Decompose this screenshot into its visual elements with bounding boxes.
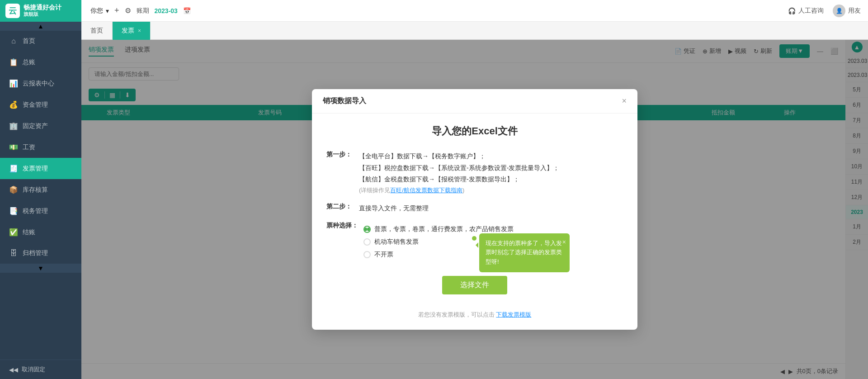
topbar-right: 🎧 人工咨询 👤 用友 [788, 5, 861, 17]
sidebar-label-wage: 工资 [23, 143, 35, 152]
modal-main-title: 导入您的Excel文件 [326, 124, 623, 138]
sidebar-item-report[interactable]: 📊 云报表中心 [0, 73, 81, 94]
tooltip-bubble: × 现在支持的票种多了，导入发票时别忘了选择正确的发票类型呀! [479, 233, 570, 272]
gear-icon[interactable]: ⚙ [125, 6, 131, 15]
step1-label: 第一步： [326, 151, 354, 195]
sidebar-scroll-down[interactable]: ▼ [0, 264, 81, 273]
capital-icon: 💰 [9, 100, 18, 109]
step1-content: 【全电平台】数据下载→【税务数字账户】； 【百旺】税控盘数据下载→【系统设置-系… [359, 151, 559, 195]
sidebar-label-archive: 归档管理 [23, 249, 48, 257]
tax-icon: 📑 [9, 207, 18, 215]
ticket-label: 票种选择： [326, 222, 358, 230]
radio-normal-circle[interactable] [363, 226, 371, 233]
logo-sub: 旗舰版 [24, 11, 61, 18]
pin-icon: ◀◀ [9, 366, 18, 373]
main-area: 首页 发票 × 销项发票 进项发票 [81, 22, 868, 379]
modal-body: 导入您的Excel文件 第一步： 【全电平台】数据下载→【税务数字账户】； 【百… [312, 114, 637, 329]
radio-normal[interactable]: 普票，专票，卷票，通行费发票，农产品销售发票 [363, 225, 514, 233]
sidebar-item-home[interactable]: ⌂ 首页 [0, 31, 81, 52]
headset-icon: 🎧 [788, 7, 796, 14]
radio-normal-label: 普票，专票，卷票，通行费发票，农产品销售发票 [374, 225, 514, 233]
company-selector[interactable]: 你您 ▾ [90, 7, 109, 15]
tab-invoice[interactable]: 发票 × [113, 22, 151, 40]
ledger-icon: 📋 [9, 58, 18, 66]
modal-dialog: 销项数据导入 × 导入您的Excel文件 第一步： 【全电平台】数据下载→【税务… [312, 89, 637, 329]
modal-close-btn[interactable]: × [622, 96, 627, 106]
period-label: 账期 [137, 7, 149, 15]
step2-content: 直接导入文件，无需整理 [359, 203, 429, 214]
modal-header: 销项数据导入 × [312, 89, 637, 114]
home-icon: ⌂ [9, 37, 18, 45]
tooltip-container: × 现在支持的票种多了，导入发票时别忘了选择正确的发票类型呀! [472, 233, 570, 272]
tab-invoice-close[interactable]: × [138, 28, 141, 34]
avatar: 👤 [833, 5, 845, 17]
sidebar-item-wage[interactable]: 💵 工资 [0, 137, 81, 158]
step1-line3: 【航信】金税盘数据下载→【报税管理-发票数据导出】； [359, 174, 559, 185]
sidebar-item-checkout[interactable]: ✅ 结账 [0, 222, 81, 243]
sidebar-label-inventory: 库存核算 [23, 186, 48, 194]
topbar-middle: 你您 ▾ + ⚙ 账期 2023-03 📅 [81, 6, 788, 15]
radio-no-invoice-label: 不开票 [374, 251, 393, 259]
modal-note: 若您没有发票模版，可以点击 下载发票模版 [326, 311, 623, 319]
sidebar-label-tax: 税务管理 [23, 207, 48, 215]
step1-guide-link[interactable]: 百旺/航信发票数据下载指南 [390, 187, 462, 194]
calendar-icon[interactable]: 📅 [183, 7, 191, 14]
asset-icon: 🏢 [9, 122, 18, 130]
sidebar-scroll-up[interactable]: ▲ [0, 22, 81, 31]
radio-motor[interactable]: 机动车销售发票 × 现在支持的票种多了，导入发票时别忘了选择正确的发票类型呀! [363, 238, 514, 246]
period-value: 2023-03 [155, 7, 178, 14]
tooltip-dot [472, 236, 476, 241]
username: 用友 [848, 7, 861, 15]
company-name: 你您 [90, 7, 103, 15]
step1-row: 第一步： 【全电平台】数据下载→【税务数字账户】； 【百旺】税控盘数据下载→【系… [326, 151, 623, 195]
report-icon: 📊 [9, 79, 18, 88]
sidebar-item-invoice[interactable]: 🧾 发票管理 [0, 158, 81, 179]
modal-footer: 选择文件 [326, 269, 623, 305]
ticket-selection-row: 票种选择： 普票，专票，卷票，通行费发票，农产品销售发票 [326, 222, 623, 263]
consultation-label: 人工咨询 [798, 7, 824, 15]
sidebar-item-capital[interactable]: 💰 资金管理 [0, 94, 81, 115]
modal-title: 销项数据导入 [323, 96, 366, 106]
user-info[interactable]: 👤 用友 [833, 5, 861, 17]
sidebar-item-ledger[interactable]: 📋 总账 [0, 52, 81, 73]
layout: ▲ ⌂ 首页 📋 总账 📊 云报表中心 💰 资金管理 🏢 固定资产 💵 工资 🧾… [0, 0, 868, 379]
wage-icon: 💵 [9, 143, 18, 152]
tab-home-label: 首页 [90, 27, 103, 35]
sidebar-item-asset[interactable]: 🏢 固定资产 [0, 115, 81, 137]
sidebar-label-checkout: 结账 [23, 228, 35, 237]
tab-home[interactable]: 首页 [81, 22, 113, 40]
tab-bar: 首页 发票 × [81, 22, 868, 40]
sidebar-label-invoice: 发票管理 [23, 165, 48, 173]
inventory-icon: 📦 [9, 185, 18, 194]
page-content: 销项发票 进项发票 📄 凭证 ⊕ [81, 40, 868, 379]
sidebar-item-inventory[interactable]: 📦 库存核算 [0, 179, 81, 200]
sidebar-item-archive[interactable]: 🗄 归档管理 [0, 243, 81, 264]
topbar: 云 畅捷通好会计 旗舰版 你您 ▾ + ⚙ 账期 2023-03 📅 🎧 人工咨… [0, 0, 868, 22]
logo-name: 畅捷通好会计 [24, 4, 61, 11]
sidebar-cancel-pin[interactable]: ◀◀ 取消固定 [0, 360, 81, 379]
sidebar: ▲ ⌂ 首页 📋 总账 📊 云报表中心 💰 资金管理 🏢 固定资产 💵 工资 🧾… [0, 22, 81, 379]
select-file-button[interactable]: 选择文件 [442, 276, 507, 294]
download-template-link[interactable]: 下载发票模版 [496, 311, 531, 318]
chevron-down-icon: ▾ [106, 7, 109, 14]
add-icon[interactable]: + [114, 6, 119, 15]
invoice-icon: 🧾 [9, 164, 18, 173]
radio-motor-circle[interactable] [363, 238, 371, 246]
modal-note-text: 若您没有发票模版，可以点击 [418, 311, 495, 318]
tooltip-close-btn[interactable]: × [562, 237, 566, 247]
sidebar-label-ledger: 总账 [23, 58, 35, 66]
step1-line1: 【全电平台】数据下载→【税务数字账户】； [359, 151, 559, 162]
logo-icon: 云 [5, 4, 20, 18]
sidebar-label-home: 首页 [23, 37, 35, 45]
step1-note: (详细操作见百旺/航信发票数据下载指南) [359, 185, 559, 195]
checkout-icon: ✅ [9, 228, 18, 237]
consultation-button[interactable]: 🎧 人工咨询 [788, 7, 824, 15]
radio-motor-label: 机动车销售发票 [374, 238, 419, 246]
radio-no-invoice-circle[interactable] [363, 251, 371, 258]
sidebar-bottom-label: 取消固定 [22, 365, 45, 374]
step2-label: 第二步： [326, 203, 354, 214]
sidebar-item-tax[interactable]: 📑 税务管理 [0, 200, 81, 222]
tab-invoice-label: 发票 [122, 27, 134, 35]
sidebar-label-capital: 资金管理 [23, 101, 48, 109]
modal-overlay: 销项数据导入 × 导入您的Excel文件 第一步： 【全电平台】数据下载→【税务… [81, 40, 868, 379]
